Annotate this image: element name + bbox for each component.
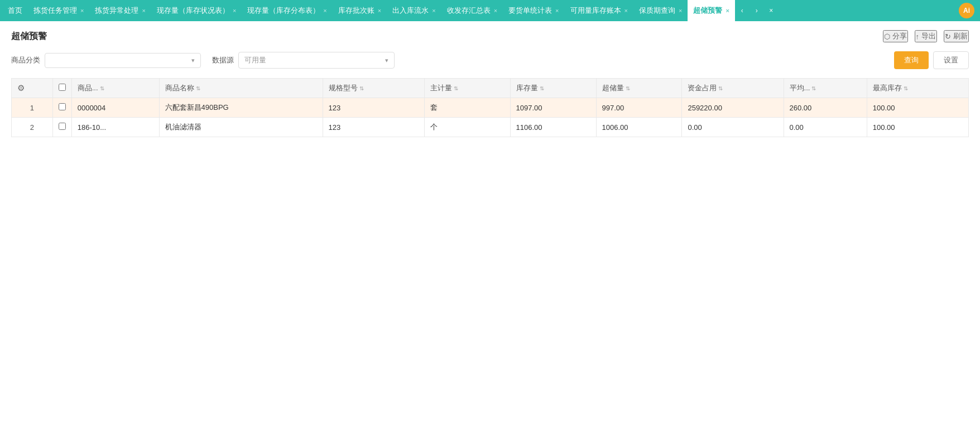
row-product-code-1: 186-10... <box>71 118 159 137</box>
row-product-code-0: 0000004 <box>71 98 159 118</box>
filter-actions: 查询 设置 <box>894 51 969 69</box>
sort-product-code[interactable]: 商品... ⇅ <box>78 83 104 93</box>
close-recv-send-icon[interactable]: × <box>494 7 497 14</box>
sort-unit[interactable]: 主计量 ⇅ <box>430 83 458 93</box>
close-stock-dist-icon[interactable]: × <box>323 7 326 14</box>
row-capital-0: 259220.00 <box>682 98 784 118</box>
row-checkbox-1[interactable] <box>59 123 66 130</box>
datasource-chevron-down-icon: ▾ <box>385 57 388 64</box>
datasource-select[interactable]: 可用量 ▾ <box>238 52 395 69</box>
row-unit-1: 个 <box>424 118 510 137</box>
sort-stock[interactable]: 库存量 ⇅ <box>516 83 544 93</box>
row-num-1: 2 <box>12 118 53 137</box>
col-product-code-header: 商品... ⇅ <box>71 79 159 98</box>
close-order-stat-icon[interactable]: × <box>555 7 559 14</box>
sort-icon-overstock: ⇅ <box>626 85 630 91</box>
sort-spec[interactable]: 规格型号 ⇅ <box>329 83 364 93</box>
select-all-checkbox[interactable] <box>59 84 66 91</box>
sort-capital[interactable]: 资金占用 ⇅ <box>688 83 723 93</box>
nav-item-pkl-exception[interactable]: 拣货异常处理 × <box>89 0 151 21</box>
row-stock-0: 1097.00 <box>510 98 596 118</box>
share-button[interactable]: ⬡ 分享 <box>883 30 908 42</box>
col-avg-header: 平均... ⇅ <box>784 79 867 98</box>
nav-arrow-right[interactable]: › <box>750 0 764 21</box>
nav-item-order-stat[interactable]: 要货单统计表 × <box>503 0 564 21</box>
col-overstock-header: 超储量 ⇅ <box>596 79 682 98</box>
export-icon: ↑ <box>916 32 920 41</box>
close-expiry-icon[interactable]: × <box>679 7 682 14</box>
nav-item-pkl-task[interactable]: 拣货任务管理 × <box>28 0 89 21</box>
row-max-stock-0: 100.00 <box>867 98 968 118</box>
row-check-1[interactable] <box>52 118 71 137</box>
query-button[interactable]: 查询 <box>894 51 929 69</box>
nav-item-stock-status[interactable]: 现存量（库存状况表） × <box>151 0 242 21</box>
nav-item-stock-batch[interactable]: 库存批次账 × <box>333 0 387 21</box>
category-select-value <box>51 56 53 65</box>
row-overstock-1: 1006.00 <box>596 118 682 137</box>
close-overstock-warning-icon[interactable]: × <box>726 7 729 14</box>
nav-arrow-close[interactable]: × <box>764 0 779 21</box>
nav-item-expiry[interactable]: 保质期查询 × <box>633 0 688 21</box>
table-row: 2 186-10... 机油滤清器 123 个 1106.00 1006.00 … <box>12 118 969 137</box>
close-stock-status-icon[interactable]: × <box>233 7 236 14</box>
sort-icon-spec: ⇅ <box>359 85 364 91</box>
row-capital-1: 0.00 <box>682 118 784 137</box>
close-in-out-flow-icon[interactable]: × <box>432 7 435 14</box>
nav-item-recv-send[interactable]: 收发存汇总表 × <box>441 0 503 21</box>
sort-max-stock[interactable]: 最高库存 ⇅ <box>873 83 908 93</box>
nav-arrow-left[interactable]: ‹ <box>735 0 750 21</box>
category-select[interactable]: ▾ <box>45 53 201 68</box>
category-filter-label: 商品分类 <box>11 55 40 65</box>
row-unit-0: 套 <box>424 98 510 118</box>
row-product-name-0: 六配套新昌490BPG <box>159 98 323 118</box>
row-num-0: 1 <box>12 98 53 118</box>
close-stock-batch-icon[interactable]: × <box>378 7 381 14</box>
close-available-stock-icon[interactable]: × <box>624 7 628 14</box>
row-overstock-0: 997.00 <box>596 98 682 118</box>
col-unit-header: 主计量 ⇅ <box>424 79 510 98</box>
settings-icon[interactable]: ⚙ <box>17 83 25 93</box>
col-max-stock-header: 最高库存 ⇅ <box>867 79 968 98</box>
export-button[interactable]: ↑ 导出 <box>915 30 938 42</box>
close-pkl-task-icon[interactable]: × <box>80 7 84 14</box>
avatar[interactable]: Ai <box>959 3 974 18</box>
refresh-icon: ↻ <box>945 32 951 41</box>
sort-icon-product-name: ⇅ <box>196 85 200 91</box>
row-avg-1: 0.00 <box>784 118 867 137</box>
row-check-0[interactable] <box>52 98 71 118</box>
sort-product-name[interactable]: 商品名称 ⇅ <box>165 83 200 93</box>
sort-icon-capital: ⇅ <box>718 85 723 91</box>
col-product-name-header: 商品名称 ⇅ <box>159 79 323 98</box>
row-checkbox-0[interactable] <box>59 103 66 110</box>
category-chevron-down-icon: ▾ <box>191 57 195 64</box>
close-pkl-exception-icon[interactable]: × <box>142 7 145 14</box>
nav-item-overstock-warning[interactable]: 超储预警 × <box>688 0 734 21</box>
set-button[interactable]: 设置 <box>933 51 969 69</box>
col-capital-header: 资金占用 ⇅ <box>682 79 784 98</box>
nav-item-stock-dist[interactable]: 现存量（库存分布表） × <box>242 0 332 21</box>
datasource-select-value: 可用量 <box>244 55 266 65</box>
header-actions: ⬡ 分享 ↑ 导出 ↻ 刷新 <box>883 30 969 42</box>
sort-icon-product-code: ⇅ <box>100 85 104 91</box>
refresh-button[interactable]: ↻ 刷新 <box>944 30 969 42</box>
page-header: 超储预警 ⬡ 分享 ↑ 导出 ↻ 刷新 <box>11 30 969 42</box>
nav-item-in-out-flow[interactable]: 出入库流水 × <box>387 0 441 21</box>
main-content: 超储预警 ⬡ 分享 ↑ 导出 ↻ 刷新 商品分类 ▾ 数据源 <box>0 21 980 446</box>
table-row: 1 0000004 六配套新昌490BPG 123 套 1097.00 997.… <box>12 98 969 118</box>
col-check-header <box>52 79 71 98</box>
row-product-name-1: 机油滤清器 <box>159 118 323 137</box>
share-icon: ⬡ <box>884 32 890 41</box>
nav-item-available-stock[interactable]: 可用量库存账本 × <box>565 0 633 21</box>
filter-bar: 商品分类 ▾ 数据源 可用量 ▾ 查询 设置 <box>11 51 969 69</box>
sort-avg[interactable]: 平均... ⇅ <box>790 83 816 93</box>
datasource-filter-item: 数据源 可用量 ▾ <box>212 52 395 69</box>
row-spec-0: 123 <box>323 98 424 118</box>
sort-overstock[interactable]: 超储量 ⇅ <box>602 83 630 93</box>
sort-icon-max-stock: ⇅ <box>904 85 908 91</box>
row-spec-1: 123 <box>323 118 424 137</box>
table-header-row: ⚙ 商品... ⇅ 商品名称 ⇅ <box>12 79 969 98</box>
nav-item-home[interactable]: 首页 <box>2 0 28 21</box>
sort-icon-stock: ⇅ <box>540 85 544 91</box>
col-settings-header: ⚙ <box>12 79 53 98</box>
col-stock-header: 库存量 ⇅ <box>510 79 596 98</box>
